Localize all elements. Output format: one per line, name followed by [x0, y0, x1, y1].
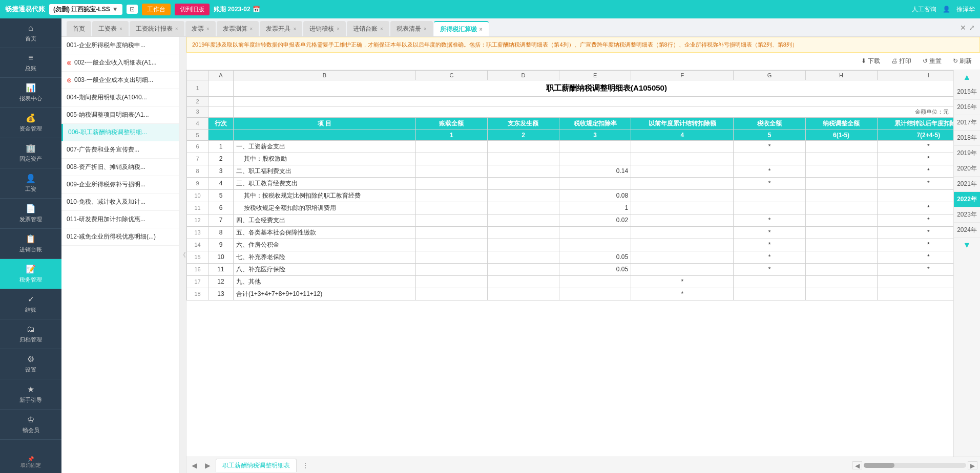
tab-invoice-calc[interactable]: 发票测算×	[217, 21, 259, 36]
close-icon[interactable]: ×	[175, 26, 178, 32]
table-row[interactable]: 10 5 其中：按税收规定比例扣除的职工教育经费 0.08	[187, 189, 980, 202]
panel-collapse-button[interactable]: 《	[179, 37, 186, 473]
support-label[interactable]: 人工客询	[912, 5, 936, 14]
scroll-left-button[interactable]: ◀	[852, 461, 862, 469]
year-nav-down-button[interactable]: ▼	[954, 238, 980, 252]
sidebar-item-label: 畅会员	[23, 426, 39, 434]
year-item-2017[interactable]: 2017年	[954, 115, 980, 131]
tab-purchase-check[interactable]: 进销稽核×	[303, 21, 346, 36]
tab-invoice-open[interactable]: 发票开具×	[260, 21, 302, 36]
close-icon[interactable]: ×	[119, 26, 122, 32]
scroll-right-button[interactable]: ▶	[968, 461, 977, 469]
sheet-tab-active[interactable]: 职工薪酬纳税调整明细表	[216, 459, 297, 472]
table-row[interactable]: 6 1 一、工资薪金支出 * *	[187, 140, 980, 153]
close-icon[interactable]: ×	[337, 26, 340, 32]
sheet-nav-prev-button[interactable]: ◀	[189, 461, 200, 469]
table-row[interactable]: 17 12 九、其他 *	[187, 275, 980, 288]
unpin-button[interactable]: 📌 取消固定	[0, 452, 61, 473]
scroll-thumb	[864, 463, 894, 468]
table-row[interactable]: 15 10 七、补充养老保险 0.05 * *	[187, 251, 980, 263]
tab-salary[interactable]: 工资表×	[92, 21, 129, 36]
close-icon[interactable]: ×	[250, 26, 253, 32]
list-item-005[interactable]: 005-纳税调整项目明细表(A1...	[61, 106, 179, 124]
sidebar-item-fixed-asset[interactable]: 🏢 固定资产	[0, 138, 61, 168]
table-row[interactable]: 8 3 二、职工福利费支出 0.14 * *	[187, 165, 980, 177]
sidebar-item-archive[interactable]: 🗂 归档管理	[0, 319, 61, 349]
sidebar-item-guide[interactable]: ★ 新手引导	[0, 379, 61, 410]
table-row[interactable]: 11 6 按税收规定全额扣除的职培训费用 1 *	[187, 202, 980, 214]
close-all-icon[interactable]: ✕	[960, 24, 966, 32]
close-icon[interactable]: ×	[479, 27, 483, 32]
table-row[interactable]: 16 11 八、补充医疗保险 0.05 * *	[187, 263, 980, 275]
year-item-2016[interactable]: 2016年	[954, 100, 980, 115]
close-icon[interactable]: ×	[380, 26, 383, 32]
maximize-icon[interactable]: ⤢	[969, 24, 975, 32]
sidebar-item-asset-mgmt[interactable]: 💰 资金管理	[0, 108, 61, 138]
list-item-004[interactable]: 004-期间费用明细表(A1040...	[61, 89, 179, 106]
tab-invoice[interactable]: 发票×	[185, 21, 216, 36]
calendar-icon[interactable]: 📅	[253, 6, 260, 13]
tab-income-tax[interactable]: 所得税汇算缴×	[434, 21, 489, 36]
sidebar-item-report[interactable]: 📊 报表中心	[0, 78, 61, 108]
close-icon[interactable]: ×	[206, 26, 210, 32]
spreadsheet-container[interactable]: A B C D E F G H I	[186, 70, 980, 457]
list-item-011[interactable]: 011-研发费用加计扣除优惠...	[61, 211, 179, 228]
invoice-icon: 📄	[26, 204, 36, 213]
list-item-007[interactable]: 007-广告费和业务宣传费...	[61, 141, 179, 159]
list-item-002[interactable]: ⊗ 002-一般企业收入明细表(A1...	[61, 54, 179, 72]
table-row[interactable]: 7 2 其中：股权激励 *	[187, 153, 980, 165]
reset-icon: ↺	[923, 57, 928, 64]
company-selector[interactable]: (勿删) 江西皖宝-LSS ▼	[49, 4, 122, 15]
print-button[interactable]: 🖨 打印	[888, 56, 914, 67]
workbench-button[interactable]: 工作台	[142, 4, 171, 15]
list-item-012[interactable]: 012-减免企业所得税优惠明细(...)	[61, 228, 179, 246]
list-item-010[interactable]: 010-免税、减计收入及加计...	[61, 193, 179, 211]
list-item-003[interactable]: ⊗ 003-一般企业成本支出明细...	[61, 72, 179, 89]
copy-button[interactable]: ⊡	[127, 5, 138, 14]
sidebar-item-settlement[interactable]: ✓ 结账	[0, 289, 61, 319]
list-item-009[interactable]: 009-企业所得税弥补亏损明...	[61, 176, 179, 193]
tab-home[interactable]: 首页	[67, 21, 91, 36]
year-item-2022[interactable]: 2022年	[954, 192, 980, 207]
user-label[interactable]: 徐泽华	[956, 5, 975, 14]
scroll-track[interactable]	[864, 463, 966, 468]
year-item-2015[interactable]: 2015年	[954, 84, 980, 100]
year-item-2018[interactable]: 2018年	[954, 131, 980, 146]
home-icon: ⌂	[28, 24, 33, 33]
table-row[interactable]: 12 7 四、工会经费支出 0.02 * *	[187, 214, 980, 226]
year-item-2024[interactable]: 2024年	[954, 223, 980, 238]
list-item-008[interactable]: 008-资产折旧、摊销及纳税...	[61, 159, 179, 176]
year-item-2019[interactable]: 2019年	[954, 146, 980, 161]
sidebar-item-home[interactable]: ⌂ 首页	[0, 18, 61, 48]
old-version-button[interactable]: 切到旧版	[175, 4, 210, 15]
tab-salary-report[interactable]: 工资统计报表×	[130, 21, 184, 36]
tab-tax-clearance[interactable]: 税表清册×	[390, 21, 433, 36]
list-item-006[interactable]: 006-职工薪酬纳税调整明细...	[61, 124, 179, 141]
year-item-2020[interactable]: 2020年	[954, 161, 980, 177]
reset-button[interactable]: ↺ 重置	[920, 56, 945, 67]
table-row[interactable]: 13 8 五、各类基本社会保障性缴款 * *	[187, 226, 980, 239]
sidebar-item-tax[interactable]: 📝 税务管理	[0, 259, 61, 289]
list-item-001[interactable]: 001-企业所得税年度纳税申...	[61, 37, 179, 54]
table-row[interactable]: 14 9 六、住房公积金 * *	[187, 239, 980, 251]
table-header-row2: 5 1 2 3	[187, 130, 980, 140]
sheet-more-icon[interactable]: ⋮	[302, 461, 309, 469]
table-row[interactable]: 9 4 三、职工教育经费支出 * *	[187, 177, 980, 189]
refresh-button[interactable]: ↻ 刷新	[950, 56, 975, 67]
chevron-down-icon: ▼	[112, 6, 118, 13]
sidebar-item-ledger[interactable]: ≡ 总账	[0, 48, 61, 78]
year-nav-up-button[interactable]: ▲	[954, 70, 980, 84]
sidebar-item-member[interactable]: ♔ 畅会员	[0, 410, 61, 440]
year-item-2021[interactable]: 2021年	[954, 177, 980, 192]
sidebar-item-invoice[interactable]: 📄 发票管理	[0, 199, 61, 229]
table-row[interactable]: 18 13 合计(1+3+4+7+8+9+10+11+12) *	[187, 288, 980, 300]
year-item-2023[interactable]: 2023年	[954, 207, 980, 223]
close-icon[interactable]: ×	[293, 26, 296, 32]
sidebar-item-purchase[interactable]: 📋 进销台账	[0, 229, 61, 259]
download-button[interactable]: ⬇ 下载	[858, 56, 883, 67]
sidebar-item-settings[interactable]: ⚙ 设置	[0, 349, 61, 379]
sheet-nav-next-button[interactable]: ▶	[202, 461, 213, 469]
close-icon[interactable]: ×	[424, 26, 427, 32]
tab-purchase-ledger[interactable]: 进销台账×	[347, 21, 389, 36]
sidebar-item-salary[interactable]: 👤 工资	[0, 168, 61, 199]
